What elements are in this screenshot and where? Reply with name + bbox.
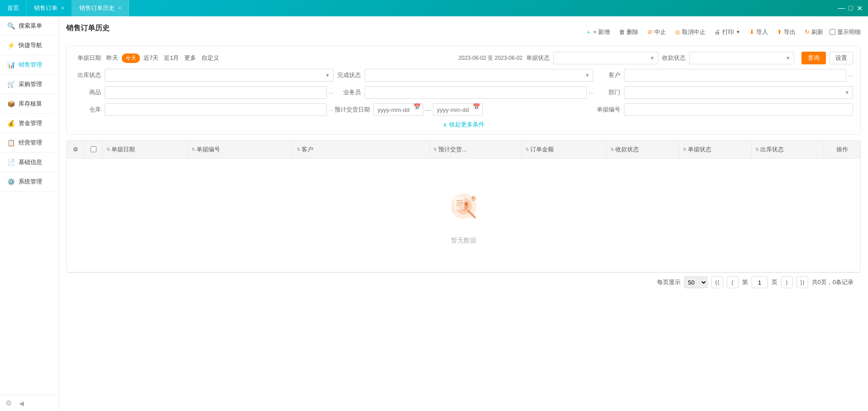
complete-filter-item: 完成状态 ▼ <box>334 69 594 82</box>
tab-home[interactable]: 首页 <box>0 0 27 16</box>
prev-page-button[interactable]: ⟨ <box>727 276 739 288</box>
date-control: 昨天 今天 近7天 近1月 更多 自定义 <box>105 53 455 63</box>
tab-close-sales-order-history[interactable]: × <box>118 5 121 11</box>
th-sort-icon-delivery[interactable]: ⇅ <box>433 147 437 152</box>
salesperson-input[interactable] <box>364 86 587 99</box>
th-checkbox[interactable] <box>85 140 103 158</box>
th-sort-icon-payment[interactable]: ⇅ <box>610 147 614 152</box>
settings-button[interactable]: 设置 <box>830 52 853 64</box>
print-button[interactable]: 🖨 打印 ▼ <box>712 26 743 38</box>
payment-select[interactable] <box>689 52 794 64</box>
delete-button[interactable]: 🗑 删除 <box>616 26 641 38</box>
page-number-input[interactable] <box>752 276 768 288</box>
export-button[interactable]: ⬆ 导出 <box>774 26 798 38</box>
sidebar-label-sales: 销售管理 <box>19 61 42 69</box>
complete-select[interactable] <box>364 69 594 82</box>
refresh-button[interactable]: ↻ 刷新 <box>802 26 826 38</box>
delivery-date-label: 预计交货日期 <box>334 106 370 114</box>
date-today[interactable]: 今天 <box>122 53 140 63</box>
svg-rect-4 <box>455 197 465 210</box>
th-settings[interactable]: ⚙ <box>67 140 85 158</box>
total-text: 共0页，0条记录 <box>812 278 854 286</box>
product-input[interactable] <box>105 86 327 99</box>
tab-close-sales-order[interactable]: × <box>61 5 64 11</box>
sidebar-item-search-menu[interactable]: 🔍搜索菜单 <box>0 16 58 36</box>
new-button[interactable]: ＋ + 新增 <box>583 26 613 38</box>
cancel-stop-icon: ◎ <box>675 29 680 35</box>
th-sort-icon-warehouse[interactable]: ⇅ <box>755 147 759 152</box>
print-icon: 🖨 <box>715 29 720 35</box>
th-amount: ⇅ 订单金额 <box>522 140 607 158</box>
show-detail-checkbox[interactable] <box>830 29 835 35</box>
filter-form: 单据日期 昨天 今天 近7天 近1月 更多 自定义 2023-06-02 至 2… <box>66 46 861 135</box>
date-7days[interactable]: 近7天 <box>142 53 160 63</box>
customer-lookup-icon[interactable]: ··· <box>848 72 853 79</box>
import-button[interactable]: ⬇ 导入 <box>747 26 771 38</box>
th-sort-icon-amount[interactable]: ⇅ <box>525 147 529 152</box>
minimize-button[interactable]: — <box>838 4 845 12</box>
stop-button[interactable]: ⊘ 中止 <box>645 26 669 38</box>
tab-list: 首页销售订单×销售订单历史× <box>0 0 129 16</box>
customer-input[interactable] <box>624 69 846 82</box>
doc-number-filter-item: 单据编号 <box>593 103 853 116</box>
last-page-button[interactable]: ⟩⟩ <box>796 276 808 288</box>
page-size-select[interactable]: 10 20 50 100 <box>684 276 708 288</box>
next-page-button[interactable]: ⟩ <box>781 276 793 288</box>
customer-control: ··· <box>624 69 853 82</box>
select-all-checkbox[interactable] <box>91 146 96 152</box>
salesperson-control: ··· <box>364 86 594 99</box>
sidebar-item-purchase[interactable]: 🛒采购管理 <box>0 75 58 94</box>
maximize-button[interactable]: □ <box>849 4 853 12</box>
tab-sales-order-history[interactable]: 销售订单历史× <box>72 0 129 16</box>
calendar-to-icon[interactable]: 📅 <box>473 103 480 110</box>
calendar-from-icon[interactable]: 📅 <box>413 103 421 110</box>
first-page-button[interactable]: ⟨⟨ <box>711 276 723 288</box>
top-bar: 首页销售订单×销售订单历史× — □ ✕ <box>0 0 868 16</box>
sidebar-label-basic-info: 基础信息 <box>19 158 42 166</box>
salesperson-lookup-icon[interactable]: ··· <box>589 89 594 96</box>
sidebar-item-finance[interactable]: 💰资金管理 <box>0 114 58 133</box>
th-delivery: ⇅ 预计交货... <box>430 140 522 158</box>
warehouse-out-select[interactable] <box>105 69 334 82</box>
product-lookup-icon[interactable]: ··· <box>329 89 334 96</box>
sidebar-settings-icon[interactable]: ⚙ <box>5 399 12 407</box>
warehouse-out-control: ▼ <box>105 69 334 82</box>
close-button[interactable]: ✕ <box>857 4 863 13</box>
show-detail-label[interactable]: 显示明细 <box>830 28 861 36</box>
table-settings-icon[interactable]: ⚙ <box>73 146 78 153</box>
department-select[interactable] <box>624 86 853 99</box>
warehouse-input[interactable] <box>105 103 327 116</box>
date-yesterday[interactable]: 昨天 <box>105 53 120 63</box>
sidebar-icon-sales: 📊 <box>7 61 15 68</box>
complete-label: 完成状态 <box>334 71 361 79</box>
sidebar-collapse-icon[interactable]: ◀ <box>19 400 24 407</box>
sidebar-item-sales[interactable]: 📊销售管理 <box>0 55 58 75</box>
doc-number-input[interactable] <box>624 103 853 116</box>
delivery-date-control: 📅 — 📅 <box>374 103 594 116</box>
sidebar-item-basic-info[interactable]: 📄基础信息 <box>0 153 58 172</box>
delete-icon: 🗑 <box>619 29 625 35</box>
cancel-stop-button[interactable]: ◎ 取消中止 <box>672 26 708 38</box>
th-sort-icon-doc-status[interactable]: ⇅ <box>683 147 686 152</box>
tab-sales-order[interactable]: 销售订单× <box>27 0 72 16</box>
sidebar-item-system[interactable]: ⚙️系统管理 <box>0 172 58 192</box>
customer-filter-item: 客户 ··· <box>593 69 853 82</box>
date-1month[interactable]: 近1月 <box>162 53 181 63</box>
status-select[interactable] <box>553 52 658 64</box>
th-sort-icon-number[interactable]: ⇅ <box>192 147 195 152</box>
th-sort-icon-date[interactable]: ⇅ <box>106 147 110 152</box>
new-icon: ＋ <box>585 28 591 36</box>
date-custom[interactable]: 自定义 <box>200 53 221 63</box>
date-more[interactable]: 更多 <box>182 53 198 63</box>
svg-point-8 <box>471 196 476 201</box>
th-customer: ⇅ 客户 <box>293 140 430 158</box>
sidebar-item-inventory[interactable]: 📦库存核算 <box>0 94 58 114</box>
warehouse-lookup-icon[interactable]: ··· <box>329 106 334 113</box>
collapse-button[interactable]: ∧ 收起更多条件 <box>74 121 853 129</box>
sidebar-item-quick-nav[interactable]: ⚡快捷导航 <box>0 36 58 55</box>
th-sort-icon-customer[interactable]: ⇅ <box>297 147 300 152</box>
filter-row-4: 仓库 ··· 预计交货日期 📅 — <box>74 103 853 116</box>
sidebar-item-operations[interactable]: 📋经营管理 <box>0 133 58 153</box>
query-button[interactable]: 查询 <box>801 52 826 64</box>
print-dropdown-icon: ▼ <box>736 29 740 34</box>
